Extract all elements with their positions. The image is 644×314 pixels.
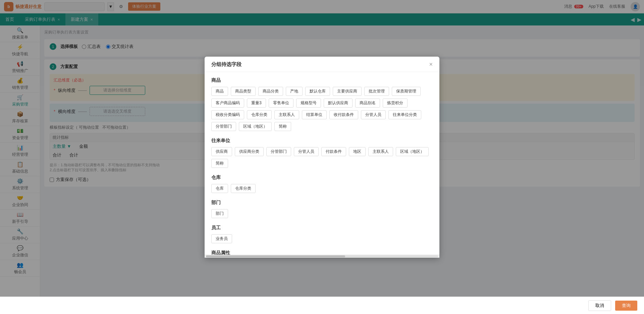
modal-body: 商品 商品 商品类型 商品分类 产地 默认仓库 主要供应商 批次管理 保质期管理…: [205, 72, 439, 255]
tag-warehouse-category[interactable]: 仓库分类: [247, 110, 272, 119]
modal-header: 分组待选字段 ×: [205, 57, 439, 72]
group-employee: 员工 业务员: [211, 225, 433, 243]
group-product-attr: 商品属性 属性 颜色 多规格 尺码 鞋码 1: [211, 250, 433, 255]
group-product-attr-title: 商品属性: [211, 250, 433, 255]
tag-supervisor[interactable]: 分管人员: [361, 110, 386, 119]
tag-tax-code[interactable]: 税收分类编码: [211, 110, 244, 119]
tag-dept-partner[interactable]: 分管部门: [266, 147, 291, 156]
tag-region-partner[interactable]: 区域（地区）: [396, 147, 429, 156]
group-employee-tags: 业务员: [211, 234, 433, 243]
confirm-button[interactable]: 查询: [615, 301, 637, 311]
tag-warehouse-cat[interactable]: 仓库分类: [231, 184, 256, 193]
scrollbar-track: [206, 255, 438, 257]
tag-retail-unit[interactable]: 零售单位: [269, 99, 293, 108]
modal-scrollbar[interactable]: [205, 255, 439, 257]
tag-refine-points[interactable]: 炼货积分: [383, 99, 408, 108]
group-partner: 往来单位 供应商 供应商分类 分管部门 分管人员 付款条件 地区 主联系人 区域…: [211, 138, 433, 168]
group-warehouse: 仓库 仓库 仓库分类: [211, 175, 433, 193]
modal-close-button[interactable]: ×: [429, 61, 433, 67]
group-warehouse-tags: 仓库 仓库分类: [211, 184, 433, 193]
tag-main-supplier[interactable]: 主要供应商: [333, 87, 362, 96]
tag-product[interactable]: 商品: [211, 87, 228, 96]
tag-default-supplier[interactable]: 默认供应商: [324, 99, 353, 108]
tag-product-category[interactable]: 商品分类: [258, 87, 283, 96]
tag-payment-terms[interactable]: 收付款条件: [329, 110, 358, 119]
tag-settlement-unit[interactable]: 结算单位: [302, 110, 327, 119]
tag-customer-code[interactable]: 客户商品编码: [211, 99, 244, 108]
tag-shelf-life[interactable]: 保质期管理: [392, 87, 421, 96]
tag-batch-mgmt[interactable]: 批次管理: [364, 87, 389, 96]
tag-area[interactable]: 地区: [349, 147, 366, 156]
tag-spec-model[interactable]: 规格型号: [296, 99, 321, 108]
modal-title: 分组待选字段: [211, 61, 241, 68]
group-partner-tags: 供应商 供应商分类 分管部门 分管人员 付款条件 地区 主联系人 区域（地区） …: [211, 147, 433, 168]
tag-dept[interactable]: 分管部门: [211, 122, 236, 131]
bottom-bar: 取消 查询: [0, 297, 644, 314]
group-department-tags: 部门: [211, 209, 433, 218]
tag-origin[interactable]: 产地: [286, 87, 303, 96]
tag-region-product[interactable]: 区域（地区）: [239, 122, 272, 131]
tag-supplier[interactable]: 供应商: [211, 147, 232, 156]
tag-weight3[interactable]: 重量3: [247, 99, 266, 108]
tag-main-contact[interactable]: 主联系人: [274, 110, 299, 119]
group-employee-title: 员工: [211, 225, 433, 231]
group-product-title: 商品: [211, 77, 433, 83]
cancel-button[interactable]: 取消: [588, 300, 611, 311]
tag-abbr-product[interactable]: 简称: [274, 122, 291, 131]
group-department: 部门 部门: [211, 200, 433, 218]
modal-overlay: 分组待选字段 × 商品 商品 商品类型 商品分类 产地 默认仓库 主要供应商 批…: [0, 0, 644, 314]
tag-main-contact-partner[interactable]: 主联系人: [368, 147, 393, 156]
tag-abbr-partner[interactable]: 简称: [211, 159, 228, 168]
group-product: 商品 商品 商品类型 商品分类 产地 默认仓库 主要供应商 批次管理 保质期管理…: [211, 77, 433, 131]
group-partner-title: 往来单位: [211, 138, 433, 144]
tag-salesperson[interactable]: 业务员: [211, 234, 232, 243]
tag-product-alias[interactable]: 商品别名: [355, 99, 380, 108]
tag-default-warehouse[interactable]: 默认仓库: [305, 87, 330, 96]
group-warehouse-title: 仓库: [211, 175, 433, 181]
group-product-tags: 商品 商品类型 商品分类 产地 默认仓库 主要供应商 批次管理 保质期管理 客户…: [211, 87, 433, 131]
group-department-title: 部门: [211, 200, 433, 206]
tag-supplier-category[interactable]: 供应商分类: [235, 147, 264, 156]
scrollbar-thumb: [206, 255, 345, 257]
tag-warehouse[interactable]: 仓库: [211, 184, 228, 193]
tag-supervisor-partner[interactable]: 分管人员: [294, 147, 319, 156]
field-select-modal: 分组待选字段 × 商品 商品 商品类型 商品分类 产地 默认仓库 主要供应商 批…: [205, 57, 439, 258]
tag-department[interactable]: 部门: [211, 209, 228, 218]
tag-product-type[interactable]: 商品类型: [231, 87, 256, 96]
tag-partner-category[interactable]: 往来单位分类: [388, 110, 421, 119]
tag-payment-conditions[interactable]: 付款条件: [321, 147, 346, 156]
